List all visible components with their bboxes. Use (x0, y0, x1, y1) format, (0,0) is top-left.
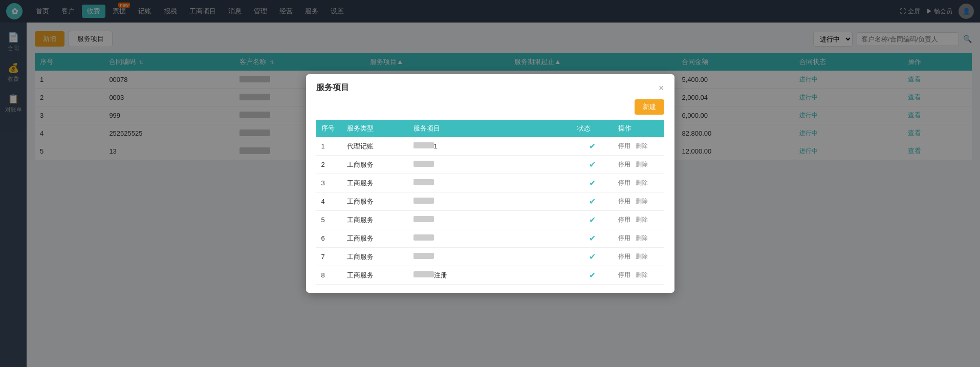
delete-button[interactable]: 删除 (636, 161, 648, 168)
modal-cell-action: 停用 删除 (613, 156, 664, 169)
modal-cell-status: ✔ (572, 156, 613, 169)
delete-button[interactable]: 删除 (636, 142, 648, 149)
modal-overlay: 服务项目 × 新建 序号 服务类型 服务项目 状态 操作 (0, 0, 980, 168)
modal-table-row: 2 工商服务 ✔ 停用 删除 (316, 156, 664, 169)
modal-toolbar: 新建 (316, 99, 664, 115)
status-check-icon: ✔ (589, 142, 596, 150)
modal-body: 新建 序号 服务类型 服务项目 状态 操作 1 代理记账 (306, 93, 674, 168)
modal-col-action: 操作 (613, 120, 664, 137)
modal-cell-status: ✔ (572, 137, 613, 156)
modal-cell-project: 1 (408, 137, 572, 156)
modal-close-button[interactable]: × (659, 83, 664, 93)
modal-cell-seq: 2 (316, 156, 342, 169)
modal-cell-action: 停用 删除 (613, 137, 664, 156)
service-table: 序号 服务类型 服务项目 状态 操作 1 代理记账 1 ✔ 停用 删除 2 (316, 120, 664, 168)
modal-col-type: 服务类型 (342, 120, 408, 137)
modal-cell-type: 代理记账 (342, 137, 408, 156)
stop-button[interactable]: 停用 (618, 142, 630, 149)
modal-col-seq: 序号 (316, 120, 342, 137)
modal-col-status: 状态 (572, 120, 613, 137)
project-text: 1 (413, 142, 438, 150)
modal-new-button[interactable]: 新建 (635, 99, 664, 115)
stop-button[interactable]: 停用 (618, 161, 630, 168)
project-blurred (413, 161, 434, 167)
modal-title: 服务项目 (316, 82, 349, 93)
modal-cell-type: 工商服务 (342, 156, 408, 169)
modal-cell-seq: 1 (316, 137, 342, 156)
modal-table-row: 1 代理记账 1 ✔ 停用 删除 (316, 137, 664, 156)
service-modal: 服务项目 × 新建 序号 服务类型 服务项目 状态 操作 (306, 74, 674, 168)
status-check-icon: ✔ (589, 160, 596, 168)
modal-col-project: 服务项目 (408, 120, 572, 137)
modal-header: 服务项目 × (306, 74, 674, 93)
modal-cell-project (408, 156, 572, 169)
modal-scroll-area[interactable]: 序号 服务类型 服务项目 状态 操作 1 代理记账 1 ✔ 停用 删除 2 (316, 120, 664, 168)
